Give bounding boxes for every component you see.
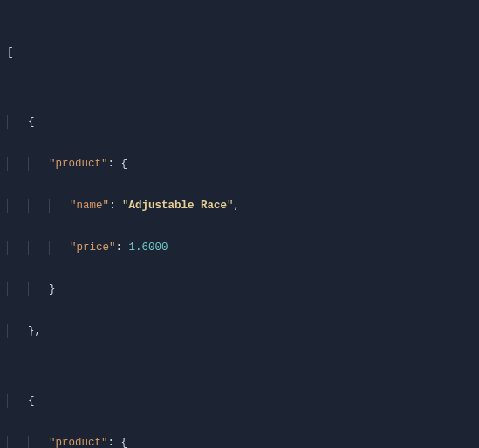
json-line: },: [7, 324, 472, 338]
key-product: "product": [49, 157, 108, 171]
value-name: Adjustable Race: [129, 199, 228, 213]
json-line: {: [7, 394, 472, 408]
json-line: "name": "Adjustable Race",: [7, 199, 472, 213]
json-line: }: [7, 282, 472, 296]
key-price: "price": [70, 241, 116, 255]
brace-close-comma: },: [28, 324, 41, 338]
brace-open: {: [28, 394, 35, 408]
json-editor[interactable]: [ { "product": { "name": "Adjustable Rac…: [0, 0, 479, 448]
json-line: "product": {: [7, 157, 472, 171]
value-price: 1.6000: [129, 241, 168, 255]
json-line: "product": {: [7, 436, 472, 448]
bracket-open: [: [7, 45, 14, 59]
json-line: [: [7, 45, 472, 59]
brace-open: {: [28, 115, 35, 129]
json-line: "price": 1.6000: [7, 241, 472, 255]
json-line: {: [7, 115, 472, 129]
brace-close: }: [49, 282, 56, 296]
key-name: "name": [70, 199, 109, 213]
key-product: "product": [49, 436, 108, 448]
